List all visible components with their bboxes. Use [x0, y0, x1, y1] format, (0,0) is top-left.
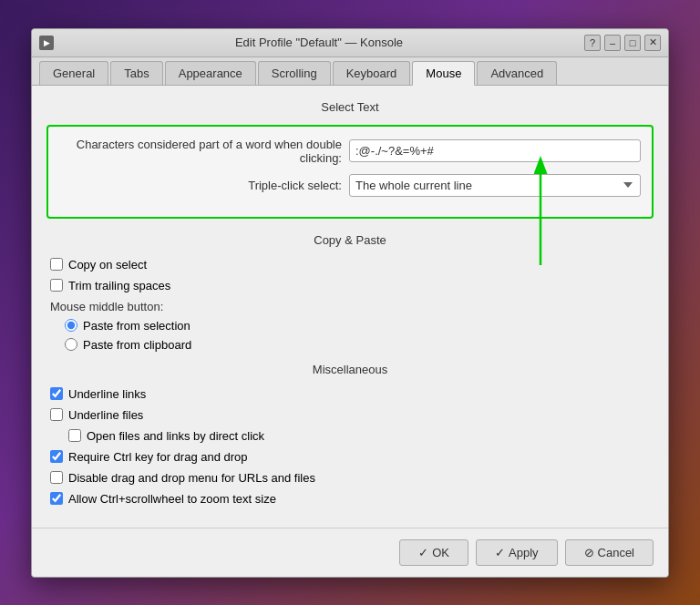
trim-trailing-row: Trim trailing spaces [46, 279, 654, 292]
chars-row: Characters considered part of a word whe… [59, 138, 641, 165]
select-text-title: Select Text [46, 100, 654, 114]
allow-ctrl-scroll-checkbox[interactable] [50, 492, 63, 505]
tab-tabs[interactable]: Tabs [110, 61, 162, 85]
paste-selection-label: Paste from selection [83, 319, 190, 333]
tab-appearance[interactable]: Appearance [165, 61, 256, 85]
select-text-section: Characters considered part of a word whe… [46, 125, 654, 219]
disable-drag-row: Disable drag and drop menu for URLs and … [46, 471, 654, 485]
title-bar-left: ▶ [39, 36, 54, 50]
close-button[interactable]: ✕ [644, 35, 661, 51]
ok-checkmark-icon: ✓ [418, 546, 428, 559]
paste-selection-radio[interactable] [65, 319, 77, 332]
cancel-circle-icon: ⊘ [584, 546, 594, 559]
trim-trailing-checkbox[interactable] [50, 279, 63, 292]
cancel-label: Cancel [598, 546, 634, 559]
ok-button[interactable]: ✓ OK [399, 539, 468, 566]
underline-links-label: Underline links [68, 387, 146, 401]
open-files-label: Open files and links by direct click [87, 429, 264, 443]
title-bar: ▶ Edit Profile "Default" — Konsole ? – □… [32, 29, 668, 57]
maximize-button[interactable]: □ [624, 35, 641, 51]
require-ctrl-label: Require Ctrl key for drag and drop [68, 450, 248, 464]
title-bar-controls: ? – □ ✕ [584, 35, 661, 51]
underline-files-row: Underline files [46, 408, 654, 422]
app-icon: ▶ [39, 36, 54, 50]
minimize-button[interactable]: – [604, 35, 621, 51]
paste-clipboard-row: Paste from clipboard [46, 338, 654, 352]
tab-advanced[interactable]: Advanced [477, 61, 557, 85]
underline-links-row: Underline links [46, 387, 654, 401]
mouse-middle-label: Mouse middle button: [46, 300, 654, 313]
help-button[interactable]: ? [584, 35, 601, 51]
tab-keyboard[interactable]: Keyboard [333, 61, 411, 85]
tab-mouse[interactable]: Mouse [412, 61, 475, 86]
underline-files-checkbox[interactable] [50, 408, 63, 421]
require-ctrl-row: Require Ctrl key for drag and drop [46, 450, 654, 464]
paste-selection-row: Paste from selection [46, 319, 654, 333]
allow-ctrl-scroll-label: Allow Ctrl+scrollwheel to zoom text size [68, 492, 276, 506]
paste-clipboard-label: Paste from clipboard [83, 338, 191, 352]
open-files-checkbox[interactable] [68, 429, 81, 442]
button-bar: ✓ OK ✓ Apply ⊘ Cancel [32, 528, 668, 577]
ok-label: OK [432, 546, 449, 559]
tab-general[interactable]: General [39, 61, 108, 85]
trim-trailing-label: Trim trailing spaces [68, 279, 170, 292]
open-files-row: Open files and links by direct click [46, 429, 654, 443]
copy-on-select-row: Copy on select [46, 258, 654, 272]
miscellaneous-section: Miscellaneous Underline links Underline … [46, 363, 654, 506]
apply-checkmark-icon: ✓ [495, 546, 505, 559]
triple-click-select[interactable]: The whole current line From the click po… [349, 174, 641, 197]
underline-files-label: Underline files [68, 408, 143, 422]
dialog-content: Select Text Characters considered part o… [32, 86, 668, 528]
chars-label: Characters considered part of a word whe… [59, 138, 342, 165]
copy-on-select-label: Copy on select [68, 258, 147, 272]
disable-drag-label: Disable drag and drop menu for URLs and … [68, 471, 315, 485]
tab-scrolling[interactable]: Scrolling [258, 61, 331, 85]
apply-label: Apply [509, 546, 539, 559]
underline-links-checkbox[interactable] [50, 387, 63, 400]
apply-button[interactable]: ✓ Apply [476, 539, 558, 566]
edit-profile-dialog: ▶ Edit Profile "Default" — Konsole ? – □… [31, 28, 669, 578]
require-ctrl-checkbox[interactable] [50, 450, 63, 463]
allow-ctrl-scroll-row: Allow Ctrl+scrollwheel to zoom text size [46, 492, 654, 506]
triple-click-label: Triple-click select: [59, 179, 342, 192]
cancel-button[interactable]: ⊘ Cancel [565, 539, 654, 566]
misc-title: Miscellaneous [46, 363, 654, 376]
chars-input[interactable] [349, 139, 641, 162]
copy-paste-section: Copy & Paste Copy on select Trim trailin… [46, 233, 654, 352]
disable-drag-checkbox[interactable] [50, 471, 63, 484]
tab-bar: General Tabs Appearance Scrolling Keyboa… [32, 57, 668, 86]
copy-on-select-checkbox[interactable] [50, 258, 63, 271]
triple-click-row: Triple-click select: The whole current l… [59, 174, 641, 197]
paste-clipboard-radio[interactable] [65, 338, 77, 351]
dialog-title: Edit Profile "Default" — Konsole [54, 36, 584, 49]
copy-paste-title: Copy & Paste [46, 233, 654, 247]
